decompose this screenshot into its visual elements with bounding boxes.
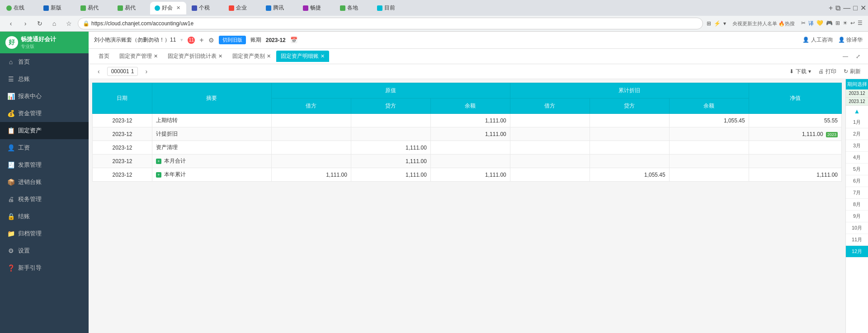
period-month-12[interactable]: 12月 <box>846 246 868 258</box>
period-month-8[interactable]: 8月 <box>846 199 868 211</box>
browser-tab-8[interactable]: 畅捷 <box>298 2 335 14</box>
restore-button[interactable]: ⧉ <box>835 4 840 12</box>
switch-version-button[interactable]: 切到旧版 <box>219 36 246 44</box>
url-input[interactable]: 🔒 https://cloud.chanjet.com/accounting/u… <box>78 18 703 29</box>
period-date-0[interactable]: 2023.12 <box>846 89 868 98</box>
lightning-button[interactable]: ⚡ <box>714 20 721 27</box>
translate-button[interactable]: 译 <box>808 20 814 28</box>
ledger-icon: ☰ <box>7 75 14 83</box>
cell-acc-debit <box>510 114 590 127</box>
toolbar: ‹ 000001 1 › ⬇ 下载 ▾ 🖨 打印 ↻ 刷新 <box>89 64 868 79</box>
tab-fixed-assets-mgmt[interactable]: 固定资产管理 ✕ <box>115 51 162 62</box>
tab-asset-category[interactable]: 固定资产类别 ✕ <box>228 51 275 62</box>
grid-button[interactable]: ⊞ <box>835 20 840 28</box>
tab-asset-detail[interactable]: 固定资产明细账 ✕ <box>276 51 329 62</box>
cell-acc-credit <box>590 114 669 127</box>
period-month-7[interactable]: 7月 <box>846 187 868 199</box>
cell-orig-balance <box>430 155 510 168</box>
period-scroll-up[interactable]: ▲ <box>846 106 868 117</box>
browser-tab-10[interactable]: 目前 <box>373 2 409 14</box>
fixed-assets-icon: 📋 <box>7 127 14 134</box>
cell-orig-credit: 1,111.00 <box>351 155 430 168</box>
wallet-button[interactable]: 💛 <box>816 20 823 28</box>
tab-close-3[interactable]: ✕ <box>267 53 271 59</box>
period-month-3[interactable]: 3月 <box>846 140 868 152</box>
browser-tab-5[interactable]: 个税 <box>187 2 223 14</box>
period-month-4[interactable]: 4月 <box>846 152 868 164</box>
period-month-1[interactable]: 1月 <box>846 117 868 128</box>
header-orig-credit: 贷方 <box>351 98 430 114</box>
cell-orig-balance: 1,111.00 <box>430 114 510 127</box>
browser-tab-3[interactable]: 易代 <box>113 2 149 14</box>
maximize-tab-button[interactable]: ⤢ <box>854 52 863 61</box>
next-record-button[interactable]: › <box>143 67 149 76</box>
sidebar-item-closing[interactable]: 🔒 结账 <box>0 208 89 225</box>
sidebar-item-archive[interactable]: 📁 归档管理 <box>0 225 89 242</box>
cell-orig-balance <box>430 141 510 155</box>
browser-tab-0[interactable]: 在线 <box>2 2 38 14</box>
extensions-button[interactable]: ⊞ <box>707 20 711 27</box>
period-month-2[interactable]: 2月 <box>846 128 868 140</box>
sidebar-item-ledger[interactable]: ☰ 总账 <box>0 70 89 88</box>
sidebar-item-settings[interactable]: ⚙ 设置 <box>0 242 89 259</box>
refresh-button[interactable]: ↻ 刷新 <box>844 68 861 75</box>
close-window-button[interactable]: ✕ <box>860 4 866 12</box>
cut-icon[interactable]: ✂ <box>801 20 806 28</box>
period-month-6[interactable]: 6月 <box>846 175 868 187</box>
undo-button[interactable]: ↩ <box>850 20 855 28</box>
maximize-button[interactable]: □ <box>853 4 858 12</box>
sidebar-item-payroll[interactable]: 👤 工资 <box>0 139 89 156</box>
tab-home[interactable]: 首页 <box>94 51 114 62</box>
guide-icon: ❓ <box>7 264 14 272</box>
tab-close-4[interactable]: ✕ <box>321 53 325 59</box>
home-button[interactable]: ⌂ <box>49 18 60 29</box>
sidebar-item-funds[interactable]: 💰 资金管理 <box>0 105 89 122</box>
tab-close-1[interactable]: ✕ <box>154 53 158 59</box>
minimize-tab-button[interactable]: — <box>841 52 850 61</box>
tab-close-2[interactable]: ✕ <box>218 53 222 59</box>
download-button[interactable]: ⬇ 下载 ▾ <box>789 68 811 75</box>
period-month-9[interactable]: 9月 <box>846 211 868 222</box>
brightness-button[interactable]: ☀ <box>843 20 848 28</box>
back-button[interactable]: ‹ <box>5 18 16 29</box>
refresh-page-button[interactable]: ↻ <box>34 18 45 29</box>
period-month-11[interactable]: 11月 <box>846 234 868 246</box>
sidebar-item-reports[interactable]: 📊 报表中心 <box>0 88 89 105</box>
browser-tab-close-4[interactable]: ✕ <box>176 5 180 11</box>
browser-tab-6[interactable]: 企业 <box>224 2 260 14</box>
add-company-button[interactable]: + <box>199 36 203 44</box>
tab-depreciation-stats[interactable]: 固定资产折旧统计表 ✕ <box>163 51 227 62</box>
prev-record-button[interactable]: ‹ <box>96 67 102 76</box>
period-date-1[interactable]: 2023.12 <box>846 98 868 106</box>
period-month-10[interactable]: 10月 <box>846 222 868 234</box>
calendar-icon[interactable]: 📅 <box>290 37 297 43</box>
sidebar-item-fixed-assets[interactable]: 📋 固定资产 <box>0 122 89 139</box>
browser-tab-4[interactable]: 好会 ✕ <box>150 2 186 14</box>
home-icon: ⌂ <box>7 58 14 66</box>
settings-cog-button[interactable]: ⚙ <box>208 37 214 44</box>
forward-button[interactable]: › <box>20 18 31 29</box>
sidebar-item-guide[interactable]: ❓ 新手引导 <box>0 259 89 277</box>
sidebar-item-home[interactable]: ⌂ 首页 <box>0 53 89 70</box>
browser-tab-9[interactable]: 各地 <box>335 2 372 14</box>
sidebar-item-stock[interactable]: 📦 进销台账 <box>0 174 89 191</box>
browser-tab-2[interactable]: 易代 <box>76 2 112 14</box>
header-accumulated-depreciation: 累计折旧 <box>510 83 749 98</box>
browser-tab-1[interactable]: 新版 <box>39 2 75 14</box>
dropdown-button[interactable]: ▾ <box>723 20 726 27</box>
sidebar-item-invoice[interactable]: 🧾 发票管理 <box>0 156 89 174</box>
browser-tab-7[interactable]: 腾讯 <box>261 2 297 14</box>
menu-button[interactable]: ☰ <box>858 20 863 28</box>
print-button[interactable]: 🖨 打印 <box>818 68 836 75</box>
game-button[interactable]: 🎮 <box>826 20 833 28</box>
period-month-5[interactable]: 5月 <box>846 164 868 175</box>
bookmark-button[interactable]: ☆ <box>63 18 74 29</box>
minimize-button[interactable]: — <box>843 4 850 12</box>
sidebar-item-tax[interactable]: 🖨 税务管理 <box>0 191 89 208</box>
user-avatar[interactable]: 👤 徐译华 <box>838 36 863 44</box>
cell-acc-balance: 1,055.45 <box>669 114 749 127</box>
tab-bar: 在线 新版 易代 易代 好会 ✕ 个税 企业 腾讯 <box>0 0 868 16</box>
new-tab-button[interactable]: + <box>829 4 833 12</box>
support-button[interactable]: 👤 人工咨询 <box>802 36 832 44</box>
download-dropdown-icon: ▾ <box>808 68 811 75</box>
